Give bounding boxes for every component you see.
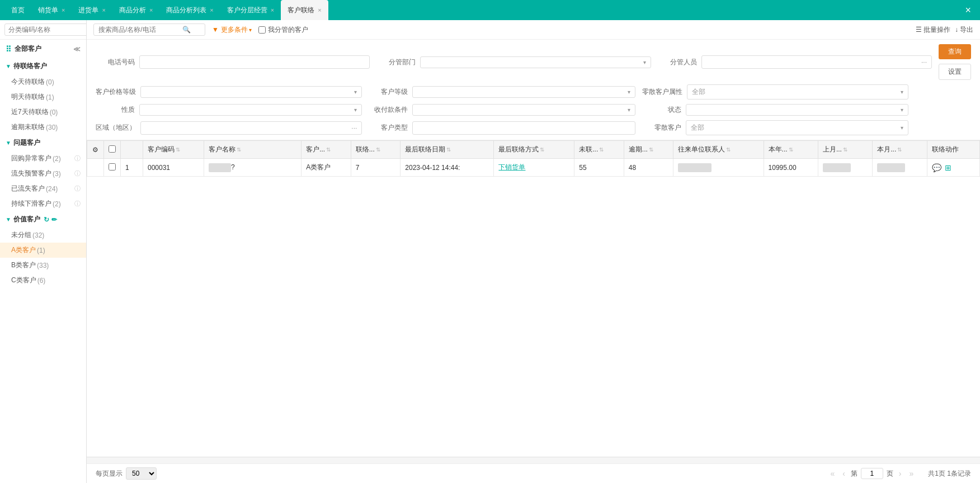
sidebar-item-class-b[interactable]: B类客户(33): [0, 258, 86, 273]
filter-search-input[interactable]: [98, 26, 182, 34]
batch-operations-button[interactable]: ☰ 批量操作: [916, 25, 950, 35]
contacts-column-header[interactable]: 联络... ⇅: [351, 141, 401, 159]
sidebar-item-tomorrow[interactable]: 明天待联络(1): [0, 89, 86, 105]
name-column-header[interactable]: 客户名称 ⇅: [204, 141, 301, 159]
retail-attr-label: 零散客户属性: [642, 87, 682, 97]
gear-column-header[interactable]: ⚙: [87, 141, 104, 159]
chat-icon[interactable]: 💬: [932, 163, 941, 172]
no-contact-sort-icon: ⇅: [599, 146, 604, 153]
close-customer-contact-tab[interactable]: ×: [318, 7, 321, 13]
filter-icon: ▼: [212, 26, 219, 34]
page-size-select[interactable]: 50 100 200: [126, 467, 157, 480]
nature-select[interactable]: ▾: [139, 104, 362, 116]
this-year-column-header[interactable]: 本年... ⇅: [764, 141, 818, 159]
export-button[interactable]: ↓ 导出: [955, 25, 973, 35]
payment-select[interactable]: ▾: [412, 104, 635, 116]
region-select[interactable]: ···: [140, 121, 362, 135]
no-contact-column-header[interactable]: 未联... ⇅: [574, 141, 624, 159]
filter-actions: ☰ 批量操作 ↓ 导出: [916, 25, 973, 35]
sidebar-item-class-c[interactable]: C类客户(6): [0, 273, 86, 288]
row-checkbox[interactable]: [109, 163, 116, 171]
dept-select[interactable]: ▾: [420, 56, 651, 68]
row-level: A类客户: [301, 159, 351, 177]
tab-product-analysis[interactable]: 商品分析 ×: [112, 0, 159, 20]
sidebar-item-7days[interactable]: 近7天待联络(0): [0, 105, 86, 120]
code-sort-icon: ⇅: [176, 146, 180, 153]
sidebar-item-overdue[interactable]: 逾期未联络(30): [0, 120, 86, 135]
tab-customer-tier[interactable]: 客户分层经营 ×: [220, 0, 281, 20]
tab-sales[interactable]: 销货单 ×: [31, 0, 72, 20]
sidebar-search-input[interactable]: [4, 23, 87, 36]
more-filters-button[interactable]: ▼ 更多条件 ▾: [212, 25, 252, 35]
retail-customer-select[interactable]: 全部 ▾: [686, 120, 908, 135]
page-number-input[interactable]: [861, 468, 883, 479]
next-page-button[interactable]: ›: [897, 468, 904, 479]
setting-button[interactable]: 设置: [939, 64, 971, 80]
dept-label: 分管部门: [376, 58, 416, 67]
price-grade-select[interactable]: ▾: [140, 86, 362, 98]
sidebar-item-abnormal[interactable]: 回购异常客户(2) ⓘ: [0, 151, 86, 166]
query-button[interactable]: 查询: [939, 44, 971, 59]
row-unit-contacts: [673, 159, 764, 177]
sidebar-item-churned[interactable]: 已流失客户(24) ⓘ: [0, 181, 86, 196]
sidebar-group-problem[interactable]: ▼ 问题客户: [0, 135, 86, 151]
status-label: 状态: [642, 105, 681, 115]
first-page-button[interactable]: «: [828, 468, 837, 479]
customer-grade-select[interactable]: ▾: [412, 86, 635, 98]
horizontal-scroll-area: [87, 457, 980, 463]
tab-home[interactable]: 首页: [4, 0, 31, 20]
prev-page-button[interactable]: ‹: [840, 468, 847, 479]
last-page-button[interactable]: »: [907, 468, 916, 479]
close-purchase-tab[interactable]: ×: [102, 7, 105, 13]
payment-label: 收付款条件: [369, 105, 408, 115]
sidebar-item-today[interactable]: 今天待联络(0): [0, 74, 86, 89]
sidebar-group-pending[interactable]: ▼ 待联络客户: [0, 58, 86, 74]
this-year-sort-icon: ⇅: [789, 146, 793, 153]
customer-type-input[interactable]: [412, 121, 635, 135]
phone-input[interactable]: [139, 55, 370, 69]
select-all-checkbox[interactable]: [109, 145, 116, 153]
grid-icon: ⠿: [6, 45, 11, 54]
sidebar-item-churn-warning[interactable]: 流失预警客户(3) ⓘ: [0, 166, 86, 181]
tab-purchase[interactable]: 进货单 ×: [72, 0, 112, 20]
close-customer-tier-tab[interactable]: ×: [271, 7, 274, 13]
region-field: 区域（地区） ···: [96, 121, 362, 135]
refresh-icon[interactable]: ↻: [44, 216, 49, 224]
tab-customer-contact[interactable]: 客户联络 ×: [281, 0, 328, 20]
mine-filter-checkbox[interactable]: [258, 26, 266, 34]
sidebar-all-customers[interactable]: ⠿ 全部客户 ≪: [0, 40, 86, 58]
close-product-list-tab[interactable]: ×: [210, 7, 213, 13]
level-column-header[interactable]: 客户... ⇅: [301, 141, 351, 159]
horizontal-scrollbar[interactable]: [87, 457, 980, 463]
table-area: ⚙ 客户编码 ⇅ 客户名称: [87, 140, 980, 457]
sidebar-group-value[interactable]: ▼ 价值客户 ↻ ✏: [0, 211, 86, 228]
this-month-placeholder: [877, 163, 905, 172]
overdue-sort-icon: ⇅: [649, 146, 653, 153]
sidebar-item-declining[interactable]: 持续下滑客户(2) ⓘ: [0, 196, 86, 211]
filter-search-icon[interactable]: 🔍: [182, 26, 191, 34]
status-select[interactable]: ▾: [686, 104, 908, 116]
row-gear: [87, 159, 104, 177]
this-month-column-header[interactable]: 本月... ⇅: [873, 141, 927, 159]
retail-attr-select[interactable]: 全部 ▾: [687, 84, 908, 100]
code-column-header[interactable]: 客户编码 ⇅: [143, 141, 204, 159]
qr-icon[interactable]: ⊞: [945, 163, 951, 172]
close-product-analysis-tab[interactable]: ×: [149, 7, 153, 13]
unit-contacts-column-header[interactable]: 往来单位联系人 ⇅: [673, 141, 764, 159]
phone-label: 电话号码: [96, 58, 135, 67]
overdue-column-header[interactable]: 逾期... ⇅: [624, 141, 673, 159]
close-all-button[interactable]: ×: [960, 4, 976, 16]
sidebar-item-class-a[interactable]: A类客户(1): [0, 243, 86, 258]
edit-icon[interactable]: ✏: [51, 216, 57, 224]
close-sales-tab[interactable]: ×: [62, 7, 65, 13]
index-column-header: [121, 141, 143, 159]
price-grade-field: 客户价格等级 ▾: [96, 86, 362, 98]
last-contact-date-column-header[interactable]: 最后联络日期 ⇅: [401, 141, 494, 159]
row-last-method[interactable]: 下销货单: [494, 159, 574, 177]
sidebar-item-ungrouped[interactable]: 未分组(32): [0, 228, 86, 243]
last-month-column-header[interactable]: 上月... ⇅: [818, 141, 872, 159]
tab-product-analysis-list[interactable]: 商品分析列表 ×: [159, 0, 220, 20]
last-contact-method-column-header[interactable]: 最后联络方式 ⇅: [494, 141, 574, 159]
table-row: 1 000031 ? A类客户 7 2023-04-12 14:44: 下销货单…: [87, 159, 980, 177]
manager-select[interactable]: ···: [701, 55, 932, 69]
